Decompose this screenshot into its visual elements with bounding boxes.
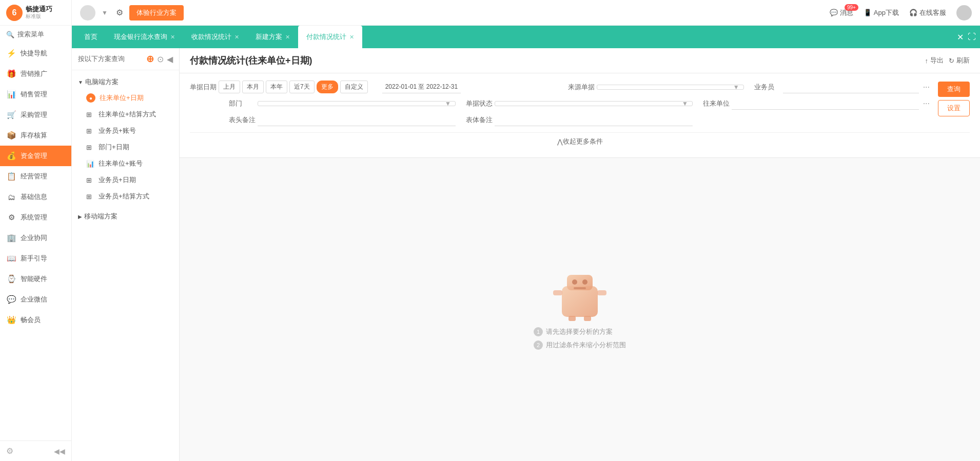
scheme-item-dept-date[interactable]: ⊞ 部门+日期 bbox=[72, 139, 179, 155]
sidebar-settings-icon[interactable]: ⚙ bbox=[6, 446, 13, 456]
scheme-icon: 📊 bbox=[86, 160, 94, 168]
svg-rect-6 bbox=[584, 316, 591, 321]
scheme-settings-icon[interactable]: ⊙ bbox=[157, 54, 164, 64]
page-title: 付款情况统计(往来单位+日期) bbox=[190, 54, 312, 67]
sidebar-item-label: 基础信息 bbox=[21, 192, 47, 202]
status-select[interactable]: ▼ bbox=[495, 101, 693, 106]
notification-icon: 💬 bbox=[830, 9, 838, 16]
filter-settings-button[interactable]: 设置 bbox=[938, 100, 970, 116]
sidebar-item-quick-nav[interactable]: ⚡ 快捷导航 bbox=[0, 43, 71, 64]
tab-receipt-stats[interactable]: 收款情况统计 ✕ bbox=[183, 26, 247, 48]
enterprise-icon: 🏢 bbox=[6, 233, 16, 243]
purchase-icon: 🛒 bbox=[6, 110, 16, 120]
trial-button[interactable]: 体验行业方案 bbox=[129, 5, 184, 21]
online-service-item[interactable]: 🎧 在线客服 bbox=[909, 8, 946, 17]
sidebar-item-capital[interactable]: 💰 资金管理 bbox=[0, 146, 71, 166]
sidebar-item-basic-info[interactable]: 🗂 基础信息 bbox=[0, 187, 71, 207]
tab-payment-close[interactable]: ✕ bbox=[349, 34, 354, 41]
filter-area: 单据日期 上月 本月 本年 近7天 更多 自定义 bbox=[180, 73, 980, 158]
add-scheme-icon[interactable]: ⊕ bbox=[146, 53, 154, 65]
sidebar-item-enterprise[interactable]: 🏢 企业协同 bbox=[0, 228, 71, 248]
tab-new-scheme[interactable]: 新建方案 ✕ bbox=[247, 26, 298, 48]
counterpart-label: 往来单位 bbox=[703, 99, 732, 108]
pc-group-title[interactable]: ▼ 电脑端方案 bbox=[72, 74, 179, 90]
sidebar-item-guide[interactable]: 📖 新手引导 bbox=[0, 248, 71, 269]
date-filter-label: 单据日期 bbox=[190, 83, 219, 92]
source-label: 来源单据 bbox=[568, 83, 597, 92]
app-sub: 标准版 bbox=[26, 13, 52, 20]
sidebar-nav: ⚡ 快捷导航 🎁 营销推广 📊 销售管理 🛒 采购管理 📦 库存核算 💰 资金管… bbox=[0, 43, 71, 440]
topbar-avatar-circle[interactable] bbox=[956, 5, 972, 21]
sidebar-search[interactable]: 🔍 搜索菜单 bbox=[0, 26, 71, 43]
scheme-item-salesperson-account[interactable]: ⊞ 业务员+账号 bbox=[72, 123, 179, 139]
header-remarks-label: 表头备注 bbox=[229, 115, 258, 125]
last-7days-btn[interactable]: 近7天 bbox=[289, 81, 315, 93]
sidebar-item-system[interactable]: ⚙ 系统管理 bbox=[0, 207, 71, 228]
dept-label: 部门 bbox=[229, 99, 258, 108]
panel-collapse-icon[interactable]: ◀ bbox=[167, 54, 173, 64]
more-dates-btn[interactable]: 更多 bbox=[317, 81, 338, 93]
scheme-item-salesperson-date[interactable]: ⊞ 业务员+日期 bbox=[72, 172, 179, 188]
scheme-item-salesperson-settle[interactable]: ⊞ 业务员+结算方式 bbox=[72, 188, 179, 205]
scheme-item-counterpart-settle[interactable]: ⊞ 往来单位+结算方式 bbox=[72, 106, 179, 123]
source-select[interactable]: ▼ bbox=[597, 85, 743, 90]
left-panel: 按以下方案查询 ⊕ ⊙ ◀ ▼ 电脑端方案 ● 往来单位+日期 ⊞ bbox=[72, 48, 180, 461]
sidebar-item-operations[interactable]: 📋 经营管理 bbox=[0, 166, 71, 187]
sidebar-item-label: 系统管理 bbox=[21, 213, 47, 222]
tab-cash-flow-close[interactable]: ✕ bbox=[170, 34, 175, 41]
app-download-item[interactable]: 📱 App下载 bbox=[864, 8, 899, 17]
sidebar-collapse-icon[interactable]: ◀◀ bbox=[54, 447, 65, 455]
tab-maximize-icon[interactable]: ⛶ bbox=[968, 32, 976, 42]
sidebar-item-hardware[interactable]: ⌚ 智能硬件 bbox=[0, 269, 71, 289]
page-actions: ↑ 导出 ↻ 刷新 bbox=[925, 56, 970, 65]
status-arrow-icon: ▼ bbox=[682, 100, 688, 107]
this-year-btn[interactable]: 本年 bbox=[266, 81, 287, 93]
last-month-btn[interactable]: 上月 bbox=[219, 81, 240, 93]
notification-item[interactable]: 💬 消息 99+ bbox=[830, 8, 853, 17]
sidebar-item-wechat[interactable]: 💬 企业微信 bbox=[0, 289, 71, 310]
salesperson-input[interactable] bbox=[783, 81, 919, 93]
body-remarks-input[interactable] bbox=[495, 114, 693, 126]
topbar-user[interactable]: ▼ bbox=[80, 5, 108, 21]
tab-home[interactable]: 首页 bbox=[76, 26, 106, 48]
counterpart-input[interactable] bbox=[732, 97, 919, 110]
header-remarks-input[interactable] bbox=[258, 114, 456, 126]
sidebar-item-label: 快捷导航 bbox=[21, 49, 47, 58]
tab-close-all-icon[interactable]: ✕ bbox=[957, 32, 964, 42]
app-name: 畅捷通巧 bbox=[26, 5, 52, 13]
counterpart-dots[interactable]: ··· bbox=[923, 99, 930, 108]
sidebar-item-marketing[interactable]: 🎁 营销推广 bbox=[0, 64, 71, 84]
sidebar-item-member[interactable]: 👑 畅会员 bbox=[0, 310, 71, 330]
hint-num-2: 2 bbox=[534, 340, 543, 350]
search-label: 搜索菜单 bbox=[17, 30, 44, 39]
sidebar-item-inventory[interactable]: 📦 库存核算 bbox=[0, 125, 71, 146]
empty-hint-1: 1 请先选择要分析的方案 bbox=[534, 327, 626, 336]
tab-receipt-close[interactable]: ✕ bbox=[234, 34, 239, 41]
export-button[interactable]: ↑ 导出 bbox=[925, 56, 944, 65]
mobile-group-title[interactable]: ▶ 移动端方案 bbox=[78, 212, 173, 221]
basic-info-icon: 🗂 bbox=[6, 192, 16, 202]
scheme-icon: ⊞ bbox=[86, 144, 94, 151]
settings-icon[interactable]: ⚙ bbox=[116, 8, 123, 17]
dept-select[interactable]: ▼ bbox=[258, 101, 456, 106]
sidebar-item-label: 营销推广 bbox=[21, 69, 47, 78]
custom-date-btn[interactable]: 自定义 bbox=[340, 81, 368, 93]
tab-cash-flow[interactable]: 现金银行流水查询 ✕ bbox=[106, 26, 183, 48]
refresh-label: 刷新 bbox=[956, 56, 970, 65]
sidebar-item-label: 畅会员 bbox=[21, 315, 41, 325]
salesperson-dots[interactable]: ··· bbox=[923, 83, 930, 92]
scheme-item-counterpart-account[interactable]: 📊 往来单位+账号 bbox=[72, 155, 179, 172]
tab-new-scheme-close[interactable]: ✕ bbox=[285, 34, 290, 41]
tab-payment-stats[interactable]: 付款情况统计 ✕ bbox=[298, 26, 362, 48]
guide-icon: 📖 bbox=[6, 253, 16, 264]
sidebar-item-sales[interactable]: 📊 销售管理 bbox=[0, 84, 71, 105]
main: ▼ ⚙ 体验行业方案 💬 消息 99+ 📱 App下载 🎧 在线客服 首页 bbox=[72, 0, 980, 461]
scheme-icon: ⊞ bbox=[86, 176, 94, 184]
user-dropdown-icon[interactable]: ▼ bbox=[102, 9, 108, 16]
this-month-btn[interactable]: 本月 bbox=[242, 81, 264, 93]
collapse-more-btn[interactable]: ⋀ 收起更多条件 bbox=[190, 132, 970, 150]
query-button[interactable]: 查询 bbox=[938, 82, 970, 97]
scheme-item-counterpart-date[interactable]: ● 往来单位+日期 bbox=[72, 90, 179, 106]
refresh-button[interactable]: ↻ 刷新 bbox=[949, 56, 970, 65]
sidebar-item-purchase[interactable]: 🛒 采购管理 bbox=[0, 105, 71, 125]
